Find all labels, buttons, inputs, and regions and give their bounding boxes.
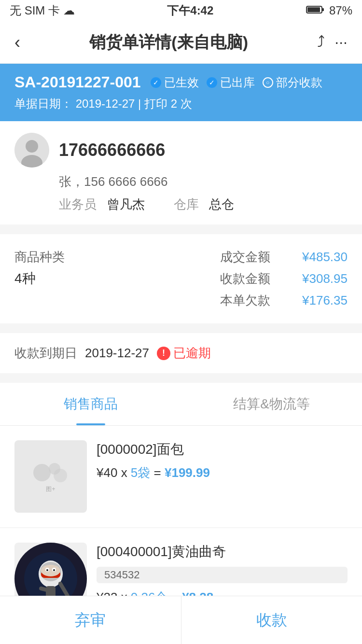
owed-value: ¥176.35 (280, 293, 348, 308)
more-icon[interactable]: ··· (334, 33, 348, 51)
avatar (14, 133, 49, 168)
collected-label: 收款金额 (220, 270, 270, 287)
product-placeholder-svg-1: 图+ (27, 457, 75, 496)
product-name-1: [0000002]面包 (97, 440, 348, 459)
order-id-row: SA-20191227-001 ✓ 已生效 ✓ 已出库 ○ 部分收款 (14, 73, 348, 91)
customer-section: 17666666666 张，156 6666 6666 业务员 曾凡杰 仓库 总… (0, 121, 362, 224)
battery-icon (306, 4, 325, 17)
tab-settlement[interactable]: 结算&物流等 (181, 383, 362, 425)
svg-point-4 (26, 140, 38, 153)
page-title: 销货单详情(来自电脑) (89, 31, 248, 54)
check-icon-1: ✓ (151, 77, 161, 88)
order-date-row: 单据日期： 2019-12-27 | 打印 2 次 (14, 96, 348, 112)
warehouse-value: 总仓 (209, 197, 234, 211)
salesman-group: 业务员 曾凡杰 (59, 196, 145, 213)
svg-point-6 (33, 464, 51, 481)
category-label: 商品种类 (14, 249, 65, 266)
customer-top: 17666666666 (14, 133, 348, 168)
category-value: 4种 (14, 269, 65, 288)
status-tag-effective: ✓ 已生效 (151, 75, 199, 90)
overdue-text: 已逾期 (173, 345, 211, 362)
product-image-1: 图+ (14, 440, 87, 513)
product-total-1: ¥199.99 (165, 465, 210, 480)
check-icon-2: ✓ (207, 77, 217, 88)
svg-point-18 (46, 569, 48, 571)
due-label: 收款到期日 (14, 345, 77, 362)
svg-point-8 (54, 469, 67, 482)
svg-point-19 (53, 569, 55, 571)
status-time: 下午4:42 (167, 3, 213, 18)
salesman-value: 曾凡杰 (107, 197, 145, 211)
svg-line-21 (41, 588, 51, 591)
avatar-svg (14, 133, 49, 168)
back-button[interactable]: ‹ (14, 32, 20, 53)
date-label: 单据日期： (14, 97, 72, 110)
status-tag-shipped: ✓ 已出库 (207, 75, 255, 90)
tabs-row: 销售商品 结算&物流等 (0, 383, 362, 425)
status-tags: ✓ 已生效 ✓ 已出库 ○ 部分收款 (151, 75, 322, 90)
stats-right: 成交金额 ¥485.30 收款金额 ¥308.95 本单欠款 ¥176.35 (220, 249, 348, 309)
nav-actions: ⤴ ··· (317, 33, 348, 51)
share-icon[interactable]: ⤴ (317, 33, 325, 51)
cancel-button[interactable]: 弃审 (0, 596, 181, 644)
tab-settlement-label: 结算&物流等 (233, 395, 310, 413)
clock-icon: ○ (263, 77, 273, 88)
status-tag-partial: ○ 部分收款 (263, 75, 322, 90)
product-tag-2: 534532 (97, 567, 348, 583)
product-price-row-1: ¥40 x 5袋 = ¥199.99 (97, 464, 348, 481)
print-info: | 打印 2 次 (138, 97, 192, 110)
owed-label: 本单欠款 (220, 292, 270, 309)
customer-contact: 张，156 6666 6666 (14, 173, 348, 190)
stats-left: 商品种类 4种 (14, 249, 65, 288)
due-date-value: 2019-12-27 (85, 346, 149, 361)
bottom-bar: 弃审 收款 (0, 596, 362, 644)
battery-pct: 87% (329, 4, 352, 17)
tab-active-underline (76, 423, 105, 425)
customer-meta: 业务员 曾凡杰 仓库 总仓 (14, 196, 348, 213)
order-date: 2019-12-27 (76, 97, 135, 110)
product-qty-1: 5袋 (131, 465, 150, 480)
salesman-label: 业务员 (59, 197, 97, 211)
status-left: 无 SIM 卡 ☁ (10, 3, 75, 18)
stats-section: 商品种类 4种 成交金额 ¥485.30 收款金额 ¥308.95 本单欠款 ¥… (0, 234, 362, 323)
svg-rect-2 (322, 8, 324, 11)
svg-point-15 (41, 565, 60, 576)
collected-row: 收款金额 ¥308.95 (220, 270, 348, 287)
status-bar: 无 SIM 卡 ☁ 下午4:42 87% (0, 0, 362, 21)
product-price-1: ¥40 (97, 465, 117, 480)
overdue-badge: ! 已逾期 (157, 345, 211, 362)
svg-text:图+: 图+ (46, 486, 55, 492)
amount-value: ¥485.30 (280, 250, 348, 265)
collected-value: ¥308.95 (280, 271, 348, 286)
status-right: 87% (306, 4, 352, 17)
tabs-section: 销售商品 结算&物流等 (0, 383, 362, 426)
customer-phone: 17666666666 (59, 140, 165, 160)
warehouse-group: 仓库 总仓 (174, 196, 235, 213)
nav-bar: ‹ 销货单详情(来自电脑) ⤴ ··· (0, 21, 362, 64)
product-info-1: [0000002]面包 ¥40 x 5袋 = ¥199.99 (97, 440, 348, 481)
product-card-1: 图+ [0000002]面包 ¥40 x 5袋 = ¥199.99 (0, 426, 362, 527)
owed-row: 本单欠款 ¥176.35 (220, 292, 348, 309)
collect-button[interactable]: 收款 (181, 596, 362, 644)
order-id: SA-20191227-001 (14, 73, 141, 91)
sim-status: 无 SIM 卡 ☁ (10, 3, 75, 18)
tab-sales-label: 销售商品 (64, 395, 118, 413)
amount-label: 成交金额 (220, 249, 270, 266)
product-name-2: [000400001]黄油曲奇 (97, 543, 348, 561)
amount-row: 成交金额 ¥485.30 (220, 249, 348, 266)
due-section: 收款到期日 2019-12-27 ! 已逾期 (0, 333, 362, 373)
svg-rect-1 (307, 7, 320, 12)
overdue-icon: ! (157, 347, 170, 360)
order-banner: SA-20191227-001 ✓ 已生效 ✓ 已出库 ○ 部分收款 单据日期：… (0, 64, 362, 121)
warehouse-label: 仓库 (174, 197, 199, 211)
tab-sales-products[interactable]: 销售商品 (0, 383, 181, 425)
